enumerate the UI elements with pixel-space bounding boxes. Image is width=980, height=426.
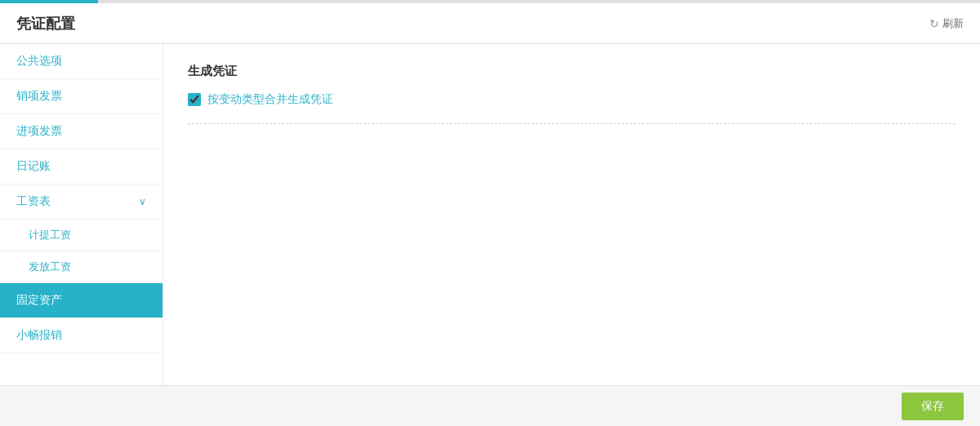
sidebar-item-label: 小畅报销 bbox=[16, 328, 62, 343]
refresh-label: 刷新 bbox=[942, 16, 964, 31]
sidebar-item-fixed-assets[interactable]: 固定资产 bbox=[0, 283, 163, 318]
chevron-down-icon: ∨ bbox=[139, 196, 146, 207]
top-tab-bar bbox=[0, 0, 980, 3]
content-area: 生成凭证 按变动类型合并生成凭证 bbox=[163, 44, 980, 385]
refresh-icon: ↻ bbox=[929, 17, 939, 30]
sidebar-item-label: 固定资产 bbox=[16, 293, 62, 308]
section-divider bbox=[188, 123, 956, 124]
sidebar-item-journal[interactable]: 日记账 bbox=[0, 149, 163, 184]
sidebar-item-label: 进项发票 bbox=[16, 124, 62, 139]
refresh-button[interactable]: ↻ 刷新 bbox=[929, 16, 964, 31]
merge-by-type-checkbox[interactable] bbox=[188, 93, 201, 106]
sidebar-item-expense-reimbursement[interactable]: 小畅报销 bbox=[0, 318, 163, 353]
main-layout: 公共选项销项发票进项发票日记账工资表∨计提工资发放工资固定资产小畅报销 生成凭证… bbox=[0, 44, 980, 385]
page-header: 凭证配置 ↻ 刷新 bbox=[0, 3, 980, 44]
checkbox-row: 按变动类型合并生成凭证 bbox=[188, 92, 956, 107]
sidebar-item-label: 公共选项 bbox=[16, 54, 62, 69]
sidebar-sub-item-payroll-provision[interactable]: 计提工资 bbox=[0, 220, 163, 251]
page-title: 凭证配置 bbox=[16, 14, 75, 33]
sidebar-sub-item-payroll-payment[interactable]: 发放工资 bbox=[0, 251, 163, 283]
sidebar-item-public-options[interactable]: 公共选项 bbox=[0, 44, 163, 79]
merge-by-type-label[interactable]: 按变动类型合并生成凭证 bbox=[207, 92, 333, 107]
page-footer: 保存 bbox=[0, 385, 980, 426]
sidebar-item-label: 销项发票 bbox=[16, 89, 62, 104]
sidebar-item-label: 工资表 bbox=[16, 194, 51, 209]
section-title: 生成凭证 bbox=[188, 64, 956, 79]
sidebar: 公共选项销项发票进项发票日记账工资表∨计提工资发放工资固定资产小畅报销 bbox=[0, 44, 163, 385]
save-button[interactable]: 保存 bbox=[902, 393, 964, 420]
sidebar-item-payroll[interactable]: 工资表∨ bbox=[0, 184, 163, 220]
sidebar-item-purchase-invoice[interactable]: 进项发票 bbox=[0, 114, 163, 149]
sidebar-item-sales-invoice[interactable]: 销项发票 bbox=[0, 79, 163, 114]
sidebar-item-label: 日记账 bbox=[16, 159, 51, 174]
